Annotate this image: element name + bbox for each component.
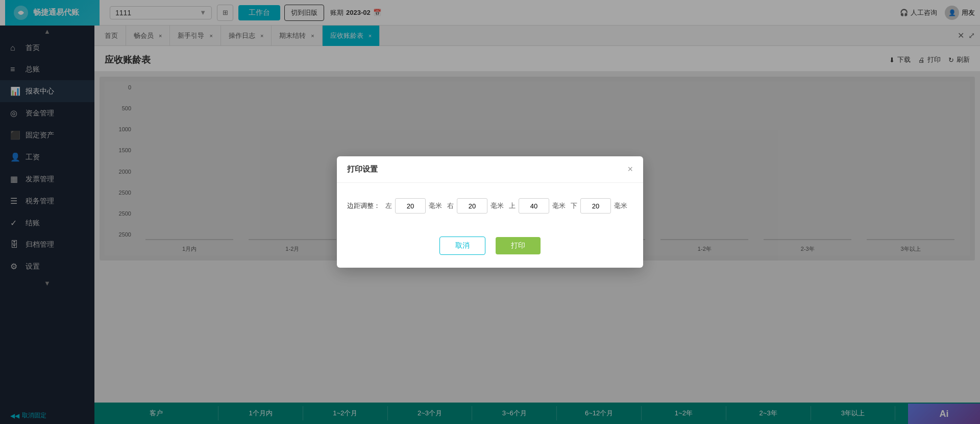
- modal-footer: 取消 打印: [337, 229, 643, 268]
- top-unit: 毫米: [552, 201, 566, 210]
- print-confirm-button[interactable]: 打印: [496, 237, 541, 254]
- margin-left-group: 左 毫米: [385, 198, 442, 214]
- margin-bottom-group: 下 毫米: [571, 198, 627, 214]
- top-label: 上: [509, 201, 516, 210]
- margin-right-group: 右 毫米: [447, 198, 504, 214]
- bottom-label: 下: [571, 201, 577, 210]
- modal-title: 打印设置: [347, 164, 378, 174]
- bottom-input[interactable]: [580, 198, 611, 214]
- modal-close-button[interactable]: ×: [627, 164, 633, 175]
- right-label: 右: [447, 201, 454, 210]
- left-unit: 毫米: [429, 201, 442, 210]
- modal-body: 边距调整： 左 毫米 右 毫米 上 毫米 下: [337, 183, 643, 229]
- right-input[interactable]: [457, 198, 487, 214]
- modal-header: 打印设置 ×: [337, 156, 643, 183]
- top-input[interactable]: [519, 198, 549, 214]
- cancel-button[interactable]: 取消: [439, 237, 485, 255]
- margin-label: 边距调整：: [347, 201, 380, 210]
- left-input[interactable]: [395, 198, 426, 214]
- bottom-unit: 毫米: [614, 201, 627, 210]
- print-settings-modal: 打印设置 × 边距调整： 左 毫米 右 毫米 上 毫米: [337, 156, 643, 268]
- margin-row: 边距调整： 左 毫米 右 毫米 上 毫米 下: [347, 198, 633, 214]
- left-label: 左: [385, 201, 392, 210]
- margin-top-group: 上 毫米: [509, 198, 566, 214]
- right-unit: 毫米: [491, 201, 504, 210]
- modal-overlay: 打印设置 × 边距调整： 左 毫米 右 毫米 上 毫米: [0, 0, 980, 424]
